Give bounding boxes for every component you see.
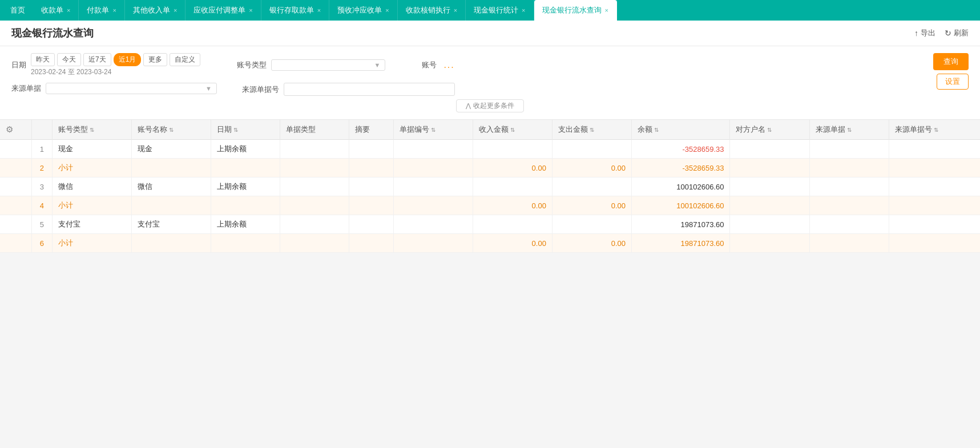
settings-button[interactable]: 设置 <box>937 74 969 90</box>
cell-counterparty <box>730 215 809 234</box>
col-header-source_doc_no[interactable]: 来源单据号⇅ <box>889 120 980 140</box>
cell-summary <box>349 140 393 159</box>
collapse-button[interactable]: ⋀ 收起更多条件 <box>456 99 524 112</box>
cell-account_type: 支付宝 <box>52 215 131 234</box>
page-title: 现金银行流水查询 <box>11 26 94 40</box>
cell-balance: 100102606.60 <box>632 177 730 196</box>
col-header-counterparty[interactable]: 对方户名⇅ <box>730 120 809 140</box>
date-label: 日期 <box>11 60 26 70</box>
account-type-label: 账号类型 <box>237 60 267 70</box>
source-doc-filter-group: 来源单据 ▼ <box>11 83 217 94</box>
close-icon[interactable]: × <box>249 7 252 14</box>
cell-income: 0.00 <box>473 159 552 177</box>
col-header-income[interactable]: 收入金额⇅ <box>473 120 552 140</box>
close-icon[interactable]: × <box>317 7 321 14</box>
nav-tab-预收冲应收单[interactable]: 预收冲应收单× <box>329 0 397 21</box>
close-icon[interactable]: × <box>385 7 389 14</box>
close-icon[interactable]: × <box>112 7 116 14</box>
date-btn-近7天[interactable]: 近7天 <box>83 53 111 66</box>
cell-expense <box>552 177 631 196</box>
collapse-bar: ⋀ 收起更多条件 <box>11 99 969 112</box>
query-button[interactable]: 查询 <box>933 53 969 70</box>
cell-doc_no <box>393 159 473 177</box>
nav-home[interactable]: 首页 <box>2 0 33 21</box>
export-button[interactable]: ↑ 导出 <box>914 28 935 38</box>
nav-tab-收款核销执行[interactable]: 收款核销执行× <box>398 0 466 21</box>
col-header-settings: ⚙ <box>0 120 31 140</box>
source-doc-no-label: 来源单据号 <box>242 84 279 95</box>
cell-date <box>211 196 280 215</box>
date-btn-更多[interactable]: 更多 <box>143 53 167 66</box>
cell-doc_type <box>280 177 349 196</box>
cell-index: 1 <box>31 140 52 159</box>
cell-doc_no <box>393 196 473 215</box>
cell-counterparty <box>730 140 809 159</box>
table-container: ⚙账号类型⇅账号名称⇅日期⇅单据类型摘要单据编号⇅收入金额⇅支出金额⇅余额⇅对方… <box>0 120 980 253</box>
filter-area: 日期 昨天今天近7天近1月更多自定义 2023-02-24 至 2023-03-… <box>0 46 980 120</box>
right-buttons: 查询 设置 <box>933 53 969 90</box>
sort-icon: ⇅ <box>169 127 174 133</box>
cell-source_doc_no <box>889 159 980 177</box>
export-icon: ↑ <box>914 29 918 38</box>
cell-balance: 100102606.60 <box>632 196 730 215</box>
cell-income: 0.00 <box>473 196 552 215</box>
close-icon[interactable]: × <box>454 7 457 14</box>
date-btn-自定义[interactable]: 自定义 <box>170 53 200 66</box>
account-dots-button[interactable]: ... <box>441 60 457 70</box>
nav-tab-应收应付调整单[interactable]: 应收应付调整单× <box>185 0 261 21</box>
account-label: 账号 <box>422 60 437 70</box>
chevron-down-icon: ▼ <box>374 62 380 68</box>
nav-tab-收款单[interactable]: 收款单× <box>33 0 79 21</box>
source-doc-no-input[interactable] <box>284 83 455 96</box>
col-header-date[interactable]: 日期⇅ <box>211 120 280 140</box>
collapse-icon: ⋀ <box>466 102 471 110</box>
source-doc-select[interactable]: ▼ <box>46 83 217 94</box>
cell-source_doc <box>809 177 889 196</box>
col-header-account_type[interactable]: 账号类型⇅ <box>52 120 131 140</box>
col-header-source_doc[interactable]: 来源单据⇅ <box>809 120 889 140</box>
cell-account_type: 现金 <box>52 140 131 159</box>
cell-account_name <box>132 196 211 215</box>
cell-date: 上期余额 <box>211 140 280 159</box>
cell-doc_type <box>280 159 349 177</box>
page-header: 现金银行流水查询 ↑ 导出 ↻ 刷新 <box>0 21 980 46</box>
sort-icon: ⇅ <box>654 127 659 133</box>
cell-account_name: 现金 <box>132 140 211 159</box>
close-icon[interactable]: × <box>522 7 525 14</box>
col-header-doc_no[interactable]: 单据编号⇅ <box>393 120 473 140</box>
col-header-expense[interactable]: 支出金额⇅ <box>552 120 631 140</box>
account-type-select[interactable]: ▼ <box>271 59 385 71</box>
col-header-balance[interactable]: 余额⇅ <box>632 120 730 140</box>
cell-doc_no <box>393 215 473 234</box>
close-icon[interactable]: × <box>67 7 70 14</box>
date-btn-昨天[interactable]: 昨天 <box>31 53 55 66</box>
cell-settings <box>0 159 31 177</box>
cell-summary <box>349 196 393 215</box>
gear-icon[interactable]: ⚙ <box>6 124 13 134</box>
col-header-account_name[interactable]: 账号名称⇅ <box>132 120 211 140</box>
cell-expense <box>552 215 631 234</box>
cell-income: 0.00 <box>473 234 552 253</box>
nav-tab-现金银行统计[interactable]: 现金银行统计× <box>466 0 534 21</box>
close-icon[interactable]: × <box>174 7 177 14</box>
cell-doc_type <box>280 140 349 159</box>
nav-tab-银行存取款单[interactable]: 银行存取款单× <box>261 0 329 21</box>
date-btn-近1月[interactable]: 近1月 <box>114 53 142 66</box>
sort-icon: ⇅ <box>431 127 435 133</box>
nav-tab-现金银行流水查询[interactable]: 现金银行流水查询× <box>534 0 617 21</box>
nav-tab-付款单[interactable]: 付款单× <box>79 0 124 21</box>
date-btn-今天[interactable]: 今天 <box>57 53 81 66</box>
cell-account_name <box>132 234 211 253</box>
refresh-icon: ↻ <box>945 29 951 38</box>
refresh-button[interactable]: ↻ 刷新 <box>945 28 969 38</box>
source-doc-no-filter-group: 来源单据号 <box>242 83 455 96</box>
cell-account_type: 小计 <box>52 234 131 253</box>
cell-counterparty <box>730 177 809 196</box>
nav-tab-其他收入单[interactable]: 其他收入单× <box>125 0 185 21</box>
cell-balance: -3528659.33 <box>632 140 730 159</box>
sort-icon: ⇅ <box>934 127 938 133</box>
cell-date: 上期余额 <box>211 177 280 196</box>
sort-icon: ⇅ <box>233 127 238 133</box>
header-actions: ↑ 导出 ↻ 刷新 <box>914 28 969 38</box>
close-icon[interactable]: × <box>605 7 608 14</box>
